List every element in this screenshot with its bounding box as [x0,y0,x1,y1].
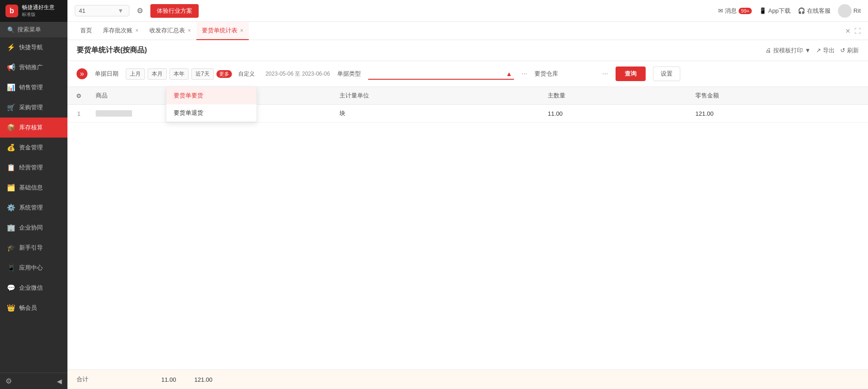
search-menu[interactable]: 🔍 搜索菜单 [0,22,67,37]
messages-button[interactable]: ✉ 消息 99+ [718,7,752,15]
filter-expand-button[interactable]: » [77,68,87,79]
enterprise-icon: 🏢 [6,223,15,232]
last-7-days-button[interactable]: 近7天 [191,68,214,80]
user-profile[interactable]: Rit [838,4,861,18]
tabs-actions: ✕ ⛶ [845,27,861,35]
avatar [838,4,852,18]
refresh-button[interactable]: ↺ 刷新 [840,46,859,55]
tab-expand-icon[interactable]: ⛶ [854,27,861,35]
page-title: 要货单统计表(按商品) [77,46,147,55]
tab-close-icon[interactable]: × [240,27,243,34]
app-download-button[interactable]: 📱 App下载 [759,7,791,15]
tab-batch-account[interactable]: 库存批次账 × [98,22,144,40]
dropdown-item-order-purchase[interactable]: 要货单要货 [166,87,257,104]
tab-close-icon[interactable]: × [188,27,191,34]
template-print-button[interactable]: 🖨 按模板打印 ▼ [765,46,811,55]
query-button[interactable]: 查询 [616,67,646,81]
sidebar-item-label: 采购管理 [19,103,43,112]
member-icon: 👑 [6,303,15,312]
tab-label: 要货单统计表 [202,26,237,35]
sidebar-item-member[interactable]: 👑 畅会员 [0,298,67,318]
sidebar: b 畅捷通好生意 标准版 🔍 搜索菜单 ⚡ 快捷导航 📢 营销推广 📊 销售管理… [0,0,67,389]
sidebar-item-finance[interactable]: 💰 资金管理 [0,138,67,158]
sidebar-item-basic[interactable]: 🗂️ 基础信息 [0,178,67,198]
online-service-button[interactable]: 🎧 在线客服 [798,7,831,15]
sidebar-item-label: 畅会员 [19,304,37,312]
column-settings-icon[interactable]: ⚙ [76,92,82,99]
custom-date-button[interactable]: 自定义 [235,69,258,79]
qty-column-header: 主数量 [542,87,690,105]
sidebar-item-label: 库存核算 [19,123,43,132]
sidebar-item-guide[interactable]: 🎓 新手引导 [0,238,67,258]
this-month-button[interactable]: 本月 [148,68,167,80]
sidebar-item-system[interactable]: ⚙️ 系统管理 [0,198,67,218]
type-filter-input: ▲ [368,68,514,80]
settings-column-header[interactable]: ⚙ [67,87,90,105]
date-filter-label: 单据日期 [95,70,118,78]
app-logo: b 畅捷通好生意 标准版 [0,0,67,22]
sidebar-item-inventory[interactable]: 📦 库存核算 [0,118,67,138]
sidebar-item-sales[interactable]: 📊 销售管理 [0,77,67,97]
logo-icon: b [5,5,18,17]
settings-icon[interactable]: ⚙ [5,377,12,385]
topbar-gear-button[interactable]: ⚙ [133,4,147,18]
sidebar-item-label: 基础信息 [19,184,43,192]
search-icon: 🔍 [7,26,15,33]
last-month-button[interactable]: 上月 [126,68,145,80]
type-dropdown-menu: 要货单要货 要货单退货 [166,87,257,122]
topbar-right: ✉ 消息 99+ 📱 App下载 🎧 在线客服 Rit [718,4,861,18]
date-range-display: 2023-05-06 至 2023-06-06 [266,70,330,78]
type-filter-label: 单据类型 [337,70,361,78]
online-service-label: 在线客服 [807,7,831,15]
this-year-button[interactable]: 本年 [169,68,189,80]
chevron-down-icon: ▼ [805,47,811,54]
tabs-bar: 首页 库存批次账 × 收发存汇总表 × 要货单统计表 × ✕ ⛶ [67,22,868,40]
app-download-label: App下载 [768,7,791,15]
sidebar-item-quick-nav[interactable]: ⚡ 快捷导航 [0,37,67,57]
tab-close-all-icon[interactable]: ✕ [845,27,851,35]
search-menu-label: 搜索菜单 [17,26,41,34]
date-more-badge[interactable]: 更多 [216,70,232,78]
dropdown-item-order-return[interactable]: 要货单退货 [166,104,257,122]
main-area: 41 ▼ ⚙ 体验行业方案 ✉ 消息 99+ 📱 App下载 🎧 在线客服 R [67,0,868,389]
store-selector[interactable]: 41 ▼ [75,5,129,16]
user-name: Rit [853,7,861,14]
topbar-left: 41 ▼ ⚙ 体验行业方案 [75,4,199,18]
unit-column-header: 主计量单位 [334,87,543,105]
export-button[interactable]: ↗ 导出 [816,46,835,55]
sidebar-item-app-center[interactable]: 📱 应用中心 [0,258,67,278]
sidebar-item-label: 资金管理 [19,143,43,152]
sales-icon: 📊 [6,83,15,92]
sidebar-item-marketing[interactable]: 📢 营销推广 [0,57,67,77]
footer-amount-value: 121.00 [195,376,213,383]
tab-home[interactable]: 首页 [75,22,98,40]
service-icon: 🎧 [798,7,805,14]
sidebar-item-label: 快捷导航 [19,43,43,51]
sidebar-item-label: 经营管理 [19,164,43,172]
sidebar-nav: ⚡ 快捷导航 📢 营销推广 📊 销售管理 🛒 采购管理 📦 库存核算 💰 资金管… [0,37,67,373]
wechat-icon: 💬 [6,283,15,292]
tab-order-stats[interactable]: 要货单统计表 × [196,22,249,40]
store-name: 41 [79,7,85,14]
type-input-field[interactable] [368,68,514,80]
page-header: 要货单统计表(按商品) 🖨 按模板打印 ▼ ↗ 导出 ↺ 刷新 [67,40,868,61]
type-dropdown-icon[interactable]: ▲ [506,70,512,77]
trial-button[interactable]: 体验行业方案 [150,4,199,18]
sidebar-item-wechat[interactable]: 💬 企业微信 [0,278,67,298]
table-footer: 合计 11.00 121.00 [67,369,868,389]
filter-settings-button[interactable]: 设置 [653,67,680,81]
type-filter-more[interactable]: ··· [521,70,527,78]
marketing-icon: 📢 [6,63,15,72]
tab-close-icon[interactable]: × [135,27,139,34]
app-version: 标准版 [22,11,55,18]
amount-column-header: 零售金额 [690,87,868,105]
sidebar-item-operation[interactable]: 📋 经营管理 [0,158,67,178]
collapse-button[interactable]: ◀ [57,378,62,385]
app-name: 畅捷通好生意 [22,4,55,11]
sidebar-item-purchase[interactable]: 🛒 采购管理 [0,97,67,118]
tab-receive-summary[interactable]: 收发存汇总表 × [144,22,196,40]
export-icon: ↗ [816,47,821,54]
warehouse-filter-more[interactable]: ··· [602,70,608,78]
sidebar-item-enterprise[interactable]: 🏢 企业协同 [0,218,67,238]
refresh-icon: ↺ [840,47,845,54]
